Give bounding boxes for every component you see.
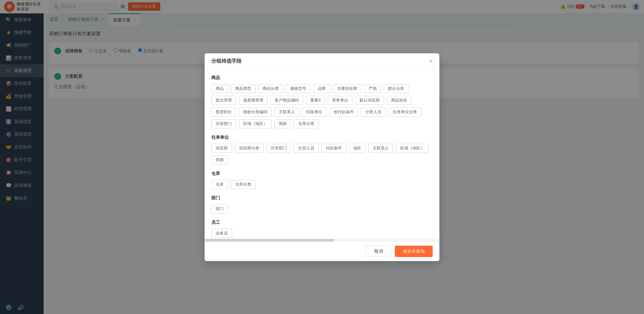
section-label-0: 商品 bbox=[211, 75, 433, 81]
field-tag-0-10[interactable]: 客户商品编码 bbox=[270, 96, 303, 105]
field-tag-0-7[interactable]: 默认仓库 bbox=[384, 84, 409, 93]
field-tag-0-12[interactable]: 零售单位 bbox=[328, 96, 353, 105]
field-tag-0-11[interactable]: 重量3 bbox=[306, 96, 325, 105]
field-tag-0-14[interactable]: 商品别名 bbox=[387, 96, 412, 105]
field-tag-0-6[interactable]: 产地 bbox=[364, 84, 381, 93]
dialog-body: 商品商品商品类型商品分类规格型号品牌主要供应商产地默认仓库批次管理保质期管理客户… bbox=[205, 69, 439, 108]
field-tag-0-8[interactable]: 批次管理 bbox=[211, 96, 236, 105]
field-selection-dialog: 分组待选字段 × 商品商品商品类型商品分类规格型号品牌主要供应商产地默认仓库批次… bbox=[205, 53, 439, 108]
field-tag-0-4[interactable]: 品牌 bbox=[313, 84, 330, 93]
field-tag-0-1[interactable]: 商品类型 bbox=[231, 84, 256, 93]
field-tag-0-2[interactable]: 商品分类 bbox=[258, 84, 283, 93]
field-tag-0-3[interactable]: 规格型号 bbox=[286, 84, 311, 93]
dialog-overlay: 分组待选字段 × 商品商品商品类型商品分类规格型号品牌主要供应商产地默认仓库批次… bbox=[0, 0, 644, 107]
field-tag-0-9[interactable]: 保质期管理 bbox=[239, 96, 268, 105]
field-tag-0-0[interactable]: 商品 bbox=[211, 84, 228, 93]
dialog-close-btn[interactable]: × bbox=[429, 58, 433, 64]
dialog-title: 分组待选字段 bbox=[211, 58, 241, 64]
dialog-header: 分组待选字段 × bbox=[205, 53, 439, 69]
field-tag-0-5[interactable]: 主要供应商 bbox=[333, 84, 362, 93]
field-tags-0: 商品商品类型商品分类规格型号品牌主要供应商产地默认仓库批次管理保质期管理客户商品… bbox=[211, 84, 433, 108]
field-tag-0-13[interactable]: 默认供应商 bbox=[355, 96, 384, 105]
field-section-0: 商品商品商品类型商品分类规格型号品牌主要供应商产地默认仓库批次管理保质期管理客户… bbox=[211, 75, 433, 108]
